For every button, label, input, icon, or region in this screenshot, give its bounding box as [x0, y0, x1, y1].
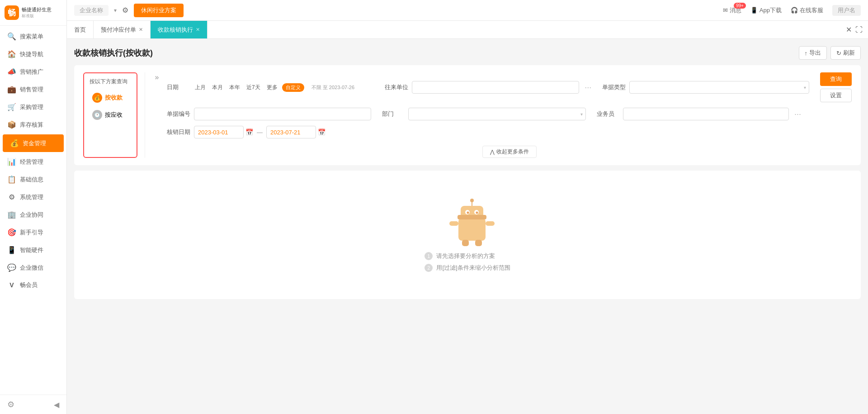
tab-close-active-icon[interactable]: ✕: [196, 27, 200, 33]
receivable-option-icon: 🕐: [92, 110, 102, 120]
verify-date-end-input[interactable]: 2023-07-21: [266, 126, 316, 138]
date-tabs: 上月 本月 本年 近7天 更多 自定义: [193, 83, 304, 92]
query-button[interactable]: 查询: [820, 72, 852, 86]
collapse-up-icon: ⋀: [490, 149, 495, 155]
date-tab-more[interactable]: 更多: [265, 83, 279, 92]
logo-icon: 畅: [5, 5, 19, 20]
collapse-more-row: ⋀ 收起更多条件: [167, 146, 852, 158]
sidebar-item-marketing[interactable]: 📣 营销推广: [0, 63, 66, 81]
collapse-sidebar-icon[interactable]: ◀: [54, 400, 59, 409]
empty-hints: 1 请先选择要分析的方案 2 用[过滤]条件来缩小分析范围: [425, 252, 510, 272]
sidebar-item-inventory[interactable]: 📦 库存核算: [0, 116, 66, 133]
export-button[interactable]: ↑ 导出: [799, 46, 827, 60]
sidebar-item-purchase[interactable]: 🛒 采购管理: [0, 98, 66, 116]
svg-rect-9: [475, 240, 482, 246]
date-tab-last-month[interactable]: 上月: [193, 83, 208, 92]
voucher-type-select[interactable]: ▾: [629, 81, 809, 94]
online-service-button[interactable]: 🎧 在线客服: [791, 6, 823, 14]
tab-receipt-verify[interactable]: 收款核销执行 ✕: [151, 21, 208, 38]
purchase-icon: 🛒: [7, 103, 16, 111]
close-window-icon[interactable]: ✕: [846, 25, 852, 34]
filter-scheme-panel: 按以下方案查询 💰 按收款 🕐 按应收: [83, 72, 137, 158]
search-icon: 🔍: [7, 32, 16, 41]
chevron-down-icon[interactable]: ▾: [114, 7, 117, 14]
hardware-icon: 📱: [7, 246, 16, 254]
sidebar-item-search[interactable]: 🔍 搜索菜单: [0, 28, 66, 45]
page-actions: ↑ 导出 ↻ 刷新: [799, 46, 861, 60]
sidebar-item-operation[interactable]: 📊 经营管理: [0, 153, 66, 171]
filter-row-2: 单据编号 部门 ▾ 业务员 ···: [167, 108, 852, 120]
svg-rect-8: [462, 240, 469, 246]
date-tab-this-year[interactable]: 本年: [227, 83, 242, 92]
counterparty-dots-icon[interactable]: ···: [585, 83, 591, 92]
empty-hint-2: 2 用[过滤]条件来缩小分析范围: [425, 264, 510, 272]
hint-text-1: 请先选择要分析的方案: [436, 252, 495, 260]
home-icon: 🏠: [7, 50, 16, 58]
sidebar-item-label: 库存核算: [20, 121, 43, 129]
voucher-no-input[interactable]: [194, 108, 371, 120]
app-icon: 📱: [750, 7, 758, 14]
logo-badge: 标准版: [22, 13, 52, 19]
expand-icon[interactable]: ⛶: [855, 26, 863, 34]
solution-button[interactable]: 休闲行业方案: [134, 4, 184, 17]
sidebar-item-enterprise[interactable]: 🏢 企业协同: [0, 206, 66, 224]
message-icon: ✉: [723, 7, 728, 14]
hint-num-1: 1: [425, 252, 433, 260]
svg-point-12: [470, 199, 474, 202]
sidebar-item-label: 采购管理: [20, 103, 43, 111]
settings-icon[interactable]: ⚙: [7, 400, 14, 409]
sidebar-item-guide[interactable]: 🎯 新手引导: [0, 224, 66, 241]
sidebar-item-wechat[interactable]: 💬 企业微信: [0, 259, 66, 276]
sidebar-item-system[interactable]: ⚙ 系统管理: [0, 188, 66, 206]
filter-option-by-receivable[interactable]: 🕐 按应收: [90, 108, 131, 122]
logo-name: 畅捷通好生意: [22, 6, 52, 13]
empty-illustration: [445, 198, 490, 243]
app-download-button[interactable]: 📱 App下载: [750, 6, 782, 14]
filter-form: 日期 上月 本月 本年 近7天 更多 自定义 不限 至 2023-07-26: [167, 72, 852, 158]
sidebar: 畅 畅捷通好生意 标准版 🔍 搜索菜单 🏠 快捷导航 📣 营销推广 💼 销售管理…: [0, 0, 67, 414]
sidebar-item-hardware[interactable]: 📱 智能硬件: [0, 241, 66, 259]
tab-home[interactable]: 首页: [67, 21, 94, 38]
sidebar-item-vip[interactable]: V 畅会员: [0, 276, 66, 294]
svg-rect-1: [461, 206, 483, 222]
message-button[interactable]: ✉ 消息 99+: [723, 6, 741, 14]
date-label: 日期: [167, 83, 189, 91]
gear-icon[interactable]: ⚙: [122, 6, 128, 14]
filter-action-buttons: 查询 设置: [820, 72, 852, 102]
biz-staff-input[interactable]: [623, 108, 789, 120]
operation-icon: 📊: [7, 157, 16, 166]
sidebar-item-label: 基础信息: [20, 176, 43, 184]
sidebar-item-label: 新手引导: [20, 228, 43, 237]
collapse-more-button[interactable]: ⋀ 收起更多条件: [482, 146, 537, 158]
calendar-start-icon[interactable]: 📅: [245, 128, 253, 136]
app-label: App下载: [760, 6, 782, 14]
sidebar-item-label: 营销推广: [20, 68, 43, 76]
sidebar-item-basic[interactable]: 📋 基础信息: [0, 171, 66, 188]
tab-prepay[interactable]: 预付冲应付单 ✕: [94, 21, 151, 38]
refresh-button[interactable]: ↻ 刷新: [830, 46, 861, 60]
verify-date-start-input[interactable]: 2023-03-01: [194, 126, 244, 138]
sidebar-item-sales[interactable]: 💼 销售管理: [0, 81, 66, 98]
user-avatar[interactable]: 用户名: [832, 5, 861, 16]
sidebar-item-label: 企业微信: [20, 264, 43, 272]
filter-scheme-title: 按以下方案查询: [90, 78, 131, 86]
filter-option-by-receipt[interactable]: 💰 按收款: [90, 91, 131, 105]
biz-staff-dots-icon[interactable]: ···: [794, 109, 801, 119]
date-field: 日期 上月 本月 本年 近7天 更多 自定义 不限 至 2023-07-26: [167, 83, 374, 92]
counterparty-input[interactable]: [412, 81, 580, 94]
sidebar-item-label: 企业协同: [20, 211, 43, 219]
settings-button[interactable]: 设置: [820, 89, 852, 102]
sidebar-item-finance[interactable]: 💰 资金管理: [3, 134, 64, 152]
date-tab-7days[interactable]: 近7天: [245, 83, 262, 92]
collapse-filter-button[interactable]: »: [152, 73, 161, 81]
dept-select[interactable]: ▾: [408, 108, 586, 120]
voucher-no-field: 单据编号: [167, 108, 371, 120]
date-tab-this-month[interactable]: 本月: [210, 83, 225, 92]
sidebar-item-quick-nav[interactable]: 🏠 快捷导航: [0, 45, 66, 63]
date-tab-custom[interactable]: 自定义: [282, 83, 304, 92]
header-left: 企业名称 ▾ ⚙ 休闲行业方案: [74, 4, 184, 17]
receivable-option-label: 按应收: [105, 111, 123, 119]
filter-divider: [145, 72, 145, 158]
tab-close-icon[interactable]: ✕: [139, 27, 143, 33]
calendar-end-icon[interactable]: 📅: [318, 128, 326, 136]
